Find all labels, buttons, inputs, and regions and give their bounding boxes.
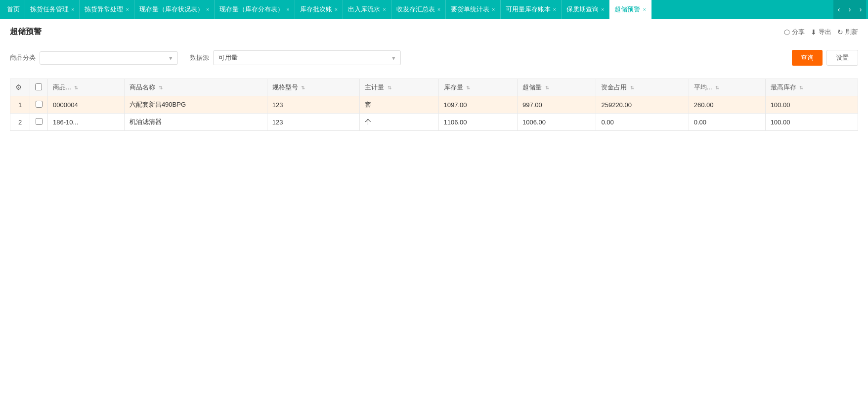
page-content: 超储预警 ⬡ 分享 ⬇ 导出 ↻ 刷新 商品分类 ▾ 数据源 <box>0 19 868 395</box>
filter-area: 商品分类 ▾ 数据源 可用量 ▾ 查询 设置 <box>10 45 858 71</box>
table-row: 2 186-10... 机油滤清器 123 个 1106.00 1006.00 … <box>10 114 858 131</box>
nav-quality-period[interactable]: 保质期查询 × <box>562 0 609 19</box>
close-icon[interactable]: × <box>206 6 209 12</box>
row-checkbox[interactable] <box>36 118 43 125</box>
sort-icon: ⇅ <box>74 85 78 90</box>
datasource-label: 数据源 <box>190 53 209 62</box>
col-max-header[interactable]: 最高库存 ⇅ <box>765 79 858 96</box>
col-avg-header[interactable]: 平均... ⇅ <box>689 79 765 96</box>
col-settings: ⚙ <box>10 79 30 96</box>
nav-stock-status[interactable]: 现存量（库存状况表） × <box>134 0 215 19</box>
close-icon[interactable]: × <box>492 6 495 12</box>
row-check[interactable] <box>30 114 48 131</box>
query-button[interactable]: 查询 <box>792 50 823 66</box>
row-index: 1 <box>10 96 30 114</box>
nav-stock-batch[interactable]: 库存批次账 × <box>295 0 343 19</box>
close-icon[interactable]: × <box>71 6 74 12</box>
row-over: 997.00 <box>517 96 596 114</box>
nav-prev-button[interactable]: ‹ <box>833 0 844 19</box>
row-spec: 123 <box>267 114 359 131</box>
col-spec-header[interactable]: 规格型号 ⇅ <box>267 79 359 96</box>
col-unit-header[interactable]: 主计量 ⇅ <box>360 79 438 96</box>
row-stock: 1097.00 <box>438 96 517 114</box>
row-over: 1006.00 <box>517 114 596 131</box>
sort-icon: ⇅ <box>159 85 163 90</box>
row-unit: 套 <box>360 96 438 114</box>
row-stock: 1106.00 <box>438 114 517 131</box>
close-icon[interactable]: × <box>553 6 556 12</box>
nav-arrows: ‹ › › <box>833 0 866 19</box>
nav-overstock-warning[interactable]: 超储预警 × <box>609 0 651 19</box>
settings-button[interactable]: 设置 <box>826 50 858 66</box>
col-code-header[interactable]: 商品... ⇅ <box>48 79 125 96</box>
row-capital: 259220.00 <box>596 96 689 114</box>
chevron-down-icon: ▾ <box>169 54 173 62</box>
sort-icon: ⇅ <box>630 85 634 90</box>
header-row: ⚙ 商品... ⇅ 商品名称 ⇅ 规格型号 ⇅ 主计量 <box>10 79 858 96</box>
share-link[interactable]: ⬡ 分享 <box>784 28 805 37</box>
datasource-value: 可用量 <box>218 53 238 62</box>
close-icon[interactable]: × <box>643 6 646 12</box>
row-code: 186-10... <box>48 114 125 131</box>
close-icon[interactable]: × <box>383 6 386 12</box>
row-check[interactable] <box>30 96 48 114</box>
nav-inout-flow[interactable]: 出入库流水 × <box>343 0 391 19</box>
row-avg: 0.00 <box>689 114 765 131</box>
row-avg: 260.00 <box>689 96 765 114</box>
row-max: 100.00 <box>765 96 858 114</box>
data-table: ⚙ 商品... ⇅ 商品名称 ⇅ 规格型号 ⇅ 主计量 <box>10 79 858 131</box>
nav-available-stock[interactable]: 可用量库存账本 × <box>501 0 562 19</box>
row-name: 六配套新昌490BPG <box>124 96 267 114</box>
nav-pick-task[interactable]: 拣货任务管理 × <box>25 0 80 19</box>
datasource-select[interactable]: 可用量 ▾ <box>213 50 401 65</box>
nav-next-button[interactable]: › <box>844 0 855 19</box>
close-icon[interactable]: × <box>126 6 129 12</box>
row-spec: 123 <box>267 96 359 114</box>
chevron-down-icon: ▾ <box>392 54 395 62</box>
page-title: 超储预警 <box>10 27 42 37</box>
sort-icon: ⇅ <box>388 85 391 90</box>
col-name-header[interactable]: 商品名称 ⇅ <box>124 79 267 96</box>
row-capital: 0.00 <box>596 114 689 131</box>
page-header: 超储预警 ⬡ 分享 ⬇ 导出 ↻ 刷新 <box>10 27 858 37</box>
category-filter-group: 商品分类 ▾ <box>10 51 178 65</box>
refresh-link[interactable]: ↻ 刷新 <box>837 28 858 37</box>
row-unit: 个 <box>360 114 438 131</box>
close-icon[interactable]: × <box>286 6 289 12</box>
datasource-filter-group: 数据源 可用量 ▾ <box>190 50 401 65</box>
sort-icon: ⇅ <box>799 85 803 90</box>
category-select[interactable]: ▾ <box>40 51 178 65</box>
row-name: 机油滤清器 <box>124 114 267 131</box>
nav-home[interactable]: 首页 <box>2 0 25 19</box>
close-icon[interactable]: × <box>335 6 338 12</box>
nav-summary[interactable]: 收发存汇总表 × <box>391 0 446 19</box>
close-icon[interactable]: × <box>437 6 440 12</box>
col-capital-header[interactable]: 资金占用 ⇅ <box>596 79 689 96</box>
table-body: 1 0000004 六配套新昌490BPG 123 套 1097.00 997.… <box>10 96 858 131</box>
filter-buttons: 查询 设置 <box>792 50 858 66</box>
share-icon: ⬡ <box>784 28 790 36</box>
sort-icon: ⇅ <box>301 85 305 90</box>
export-icon: ⬇ <box>811 28 817 36</box>
sort-icon: ⇅ <box>545 85 549 90</box>
top-nav: 首页 拣货任务管理 × 拣货异常处理 × 现存量（库存状况表） × 现存量（库存… <box>0 0 868 19</box>
close-icon[interactable]: × <box>601 6 604 12</box>
row-code: 0000004 <box>48 96 125 114</box>
category-label: 商品分类 <box>10 53 36 62</box>
nav-pick-exception[interactable]: 拣货异常处理 × <box>80 0 134 19</box>
table-header: ⚙ 商品... ⇅ 商品名称 ⇅ 规格型号 ⇅ 主计量 <box>10 79 858 96</box>
col-check <box>30 79 48 96</box>
col-over-header[interactable]: 超储量 ⇅ <box>517 79 596 96</box>
col-stock-header[interactable]: 库存量 ⇅ <box>438 79 517 96</box>
gear-icon[interactable]: ⚙ <box>15 83 22 91</box>
select-all-checkbox[interactable] <box>35 83 42 90</box>
nav-extra-button[interactable]: › <box>855 0 866 19</box>
sort-icon: ⇅ <box>466 85 470 90</box>
row-index: 2 <box>10 114 30 131</box>
export-link[interactable]: ⬇ 导出 <box>811 28 831 37</box>
refresh-icon: ↻ <box>837 28 843 36</box>
nav-stock-dist[interactable]: 现存量（库存分布表） × <box>215 0 295 19</box>
row-checkbox[interactable] <box>36 101 43 108</box>
nav-requisition[interactable]: 要货单统计表 × <box>446 0 500 19</box>
table-row: 1 0000004 六配套新昌490BPG 123 套 1097.00 997.… <box>10 96 858 114</box>
